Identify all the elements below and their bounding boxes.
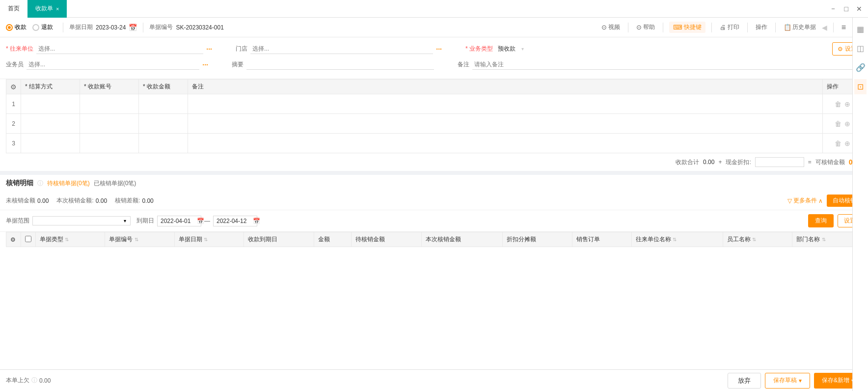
pending-tab[interactable]: 待核销单据(0笔) — [47, 179, 90, 188]
current-value: 0.00 — [96, 197, 107, 204]
col-date-sort[interactable]: ⇅ — [204, 237, 208, 242]
row-3-amount[interactable] — [139, 134, 188, 153]
row-1-copy-icon[interactable]: ⊕ — [844, 100, 850, 108]
list-view-btn[interactable]: ≡ — [840, 22, 848, 33]
row-2-amount[interactable] — [139, 114, 188, 134]
save-draft-button[interactable]: 保存草稿 ▾ — [765, 373, 810, 389]
col-staff-sort[interactable]: ⇅ — [752, 237, 756, 242]
verification-title: 核销明细 — [6, 179, 33, 188]
sidebar-expand-icon[interactable]: ⊡ — [854, 79, 867, 94]
shop-input[interactable] — [250, 44, 433, 54]
sidebar-layout-icon[interactable]: ◫ — [854, 41, 867, 56]
row-2-settlement[interactable] — [21, 114, 80, 134]
calendar-icon[interactable]: 📅 — [129, 24, 137, 31]
completed-tab[interactable]: 已核销单据(0笔) — [94, 179, 136, 188]
query-button[interactable]: 查询 — [808, 214, 834, 227]
range-select[interactable]: ▾ — [32, 216, 131, 225]
tab-bar: 首页 收款单 × － □ ✕ — [0, 0, 868, 18]
calendar-from-icon[interactable]: 📅 — [197, 218, 204, 224]
help-button[interactable]: ⊙ 帮助 — [634, 22, 657, 32]
col-checkbox-header[interactable] — [21, 232, 36, 247]
row-3-amount-input[interactable] — [139, 134, 188, 153]
operation-button[interactable]: 操作 — [754, 22, 769, 32]
row-1-notes[interactable] — [188, 94, 823, 114]
row-2-account[interactable] — [80, 114, 139, 134]
more-conditions-button[interactable]: ▽ 更多条件 ∧ — [787, 196, 823, 205]
tab-receipt[interactable]: 收款单 × — [27, 0, 67, 18]
radio-refund[interactable]: 退款 — [32, 23, 53, 31]
nav-left[interactable]: ◀ — [822, 24, 827, 31]
video-button[interactable]: ⊙ 视频 — [599, 22, 622, 32]
col-settings-cell[interactable]: ⚙ — [6, 232, 21, 247]
row-3-delete-icon[interactable]: 🗑 — [835, 140, 841, 147]
row-1-account[interactable] — [80, 94, 139, 114]
notes-input[interactable] — [472, 59, 862, 70]
abandon-button[interactable]: 放弃 — [728, 373, 761, 389]
row-2-copy-icon[interactable]: ⊕ — [844, 120, 850, 128]
save-draft-dropdown-icon[interactable]: ▾ — [799, 377, 802, 384]
bottom-info-icon[interactable]: ⓘ — [31, 376, 37, 385]
row-1-account-input[interactable] — [80, 94, 138, 113]
range-filter: 单据范围 ▾ — [6, 216, 131, 225]
minimize-button[interactable]: － — [828, 3, 839, 14]
close-button[interactable]: ✕ — [854, 4, 864, 14]
sidebar-link-icon[interactable]: 🔗 — [853, 60, 868, 75]
due-date-to-input[interactable] — [217, 218, 251, 224]
row-2-amount-input[interactable] — [139, 114, 188, 133]
history-icon: 📋 — [784, 24, 791, 31]
history-button[interactable]: 📋 历史单据 — [782, 22, 818, 32]
row-3-settlement-input[interactable] — [21, 134, 80, 153]
row-2-settlement-input[interactable] — [21, 114, 80, 133]
row-3-notes-input[interactable] — [188, 134, 822, 153]
restore-button[interactable]: □ — [842, 4, 850, 14]
col-type-sort[interactable]: ⇅ — [65, 237, 69, 242]
discount-input[interactable] — [755, 157, 804, 167]
col-dept-sort[interactable]: ⇅ — [822, 237, 826, 242]
business-type-dropdown-icon[interactable]: ▾ — [521, 46, 524, 52]
history-label: 历史单据 — [792, 23, 816, 31]
summary-label: 摘要 — [232, 60, 244, 69]
main-content: 往来单位 ··· 门店 ··· 业务类型 预收款 ▾ ⚙ 设置 — [0, 37, 868, 391]
tab-close-icon[interactable]: × — [56, 6, 59, 12]
staff-more-icon[interactable]: ··· — [202, 61, 208, 69]
print-button[interactable]: 🖨 打印 — [718, 22, 741, 32]
staff-input[interactable] — [27, 59, 199, 70]
video-label: 视频 — [608, 23, 620, 31]
row-2-delete-icon[interactable]: 🗑 — [835, 120, 841, 128]
col-number-sort[interactable]: ⇅ — [135, 237, 138, 242]
table-settings-header[interactable]: ⚙ — [6, 80, 21, 94]
row-1-amount-input[interactable] — [139, 94, 188, 113]
bottom-table-gear-icon[interactable]: ⚙ — [10, 236, 16, 243]
row-1-notes-input[interactable] — [188, 94, 822, 113]
row-1-amount[interactable] — [139, 94, 188, 114]
col-counterpart-sort[interactable]: ⇅ — [673, 237, 677, 242]
row-3-account[interactable] — [80, 134, 139, 153]
date-label: 单据日期 — [69, 23, 93, 31]
summary-input[interactable] — [246, 59, 434, 70]
row-3-account-input[interactable] — [80, 134, 138, 153]
table-gear-icon[interactable]: ⚙ — [10, 83, 17, 91]
shortcut-button[interactable]: ⌨ 快捷键 — [669, 22, 705, 33]
due-date-from-input[interactable] — [161, 218, 195, 224]
sidebar-table-icon[interactable]: ▦ — [854, 22, 867, 37]
tab-home[interactable]: 首页 — [0, 0, 27, 18]
shop-more-icon[interactable]: ··· — [436, 45, 442, 53]
diff-item: 核销差额: 0.00 — [115, 196, 154, 205]
row-3-notes[interactable] — [188, 134, 823, 153]
row-2-notes-input[interactable] — [188, 114, 822, 133]
counterpart-more-icon[interactable]: ··· — [206, 45, 212, 53]
row-1-settlement-input[interactable] — [21, 94, 80, 113]
verification-info-icon[interactable]: ⓘ — [37, 179, 43, 188]
radio-receipt[interactable]: 收款 — [6, 23, 27, 31]
col-amount-header: 金额 — [314, 232, 352, 247]
row-2-notes[interactable] — [188, 114, 823, 134]
divider5 — [711, 23, 712, 32]
row-1-delete-icon[interactable]: 🗑 — [835, 100, 841, 108]
counterpart-input[interactable] — [36, 44, 203, 54]
row-3-settlement[interactable] — [21, 134, 80, 153]
row-1-settlement[interactable] — [21, 94, 80, 114]
row-2-account-input[interactable] — [80, 114, 138, 133]
row-3-copy-icon[interactable]: ⊕ — [844, 140, 850, 147]
select-all-checkbox[interactable] — [25, 236, 31, 242]
calendar-to-icon[interactable]: 📅 — [253, 218, 260, 224]
